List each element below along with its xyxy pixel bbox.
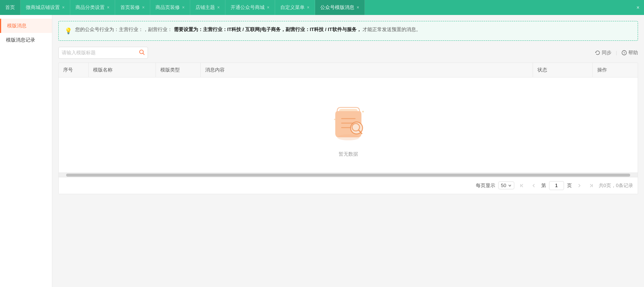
close-icon[interactable]: ×	[182, 5, 185, 10]
nav-tab-store-settings[interactable]: 微商城店铺设置 ×	[21, 0, 70, 15]
close-icon[interactable]: ×	[142, 5, 145, 10]
first-page-icon	[520, 183, 524, 188]
page-size-select[interactable]: 50	[498, 181, 514, 189]
search-input[interactable]	[62, 50, 139, 55]
empty-state: ✦ ✦ · 暂无数据	[59, 77, 638, 172]
page-size-label: 每页显示	[476, 182, 495, 189]
close-icon[interactable]: ×	[267, 5, 269, 10]
close-icon[interactable]: ×	[307, 5, 309, 10]
search-button[interactable]	[139, 49, 145, 56]
last-page-icon	[589, 183, 594, 188]
th-name: 模版名称	[89, 63, 156, 77]
table: 序号 模版名称 模版类型 消息内容 状态 操作	[58, 62, 638, 194]
page-label: 第	[541, 182, 546, 189]
sync-icon	[595, 50, 600, 55]
nav-tab-product-decor-label: 商品页装修	[155, 4, 180, 11]
close-icon[interactable]: ×	[217, 5, 220, 10]
nav-tab-custom-menu[interactable]: 自定义菜单 ×	[275, 0, 315, 15]
nav-tab-store-theme[interactable]: 店铺主题 ×	[190, 0, 225, 15]
nav-tab-home[interactable]: 首页	[0, 0, 21, 15]
svg-text:·: ·	[363, 119, 364, 121]
nav-tab-custom-menu-label: 自定义菜单	[280, 4, 305, 11]
help-label: 帮助	[628, 49, 638, 56]
info-banner-highlight: 需要设置为：主营行业：IT科技 / 互联网|电子商务，副营行业：IT科技 / I…	[174, 27, 361, 32]
nav-tab-open-mall[interactable]: 开通公众号商城 ×	[225, 0, 275, 15]
page-input[interactable]	[549, 181, 564, 190]
first-page-button[interactable]	[517, 181, 526, 190]
nav-tab-open-mall-label: 开通公众号商城	[231, 4, 265, 11]
nav-tab-product-category-label: 商品分类设置	[76, 4, 105, 11]
info-banner-text: 您的公众号行业为：主营行业：，副营行业： 需要设置为：主营行业：IT科技 / 互…	[75, 26, 421, 34]
nav-tab-home-decor-label: 首页装修	[120, 4, 140, 11]
scroll-thumb[interactable]	[66, 174, 630, 177]
close-icon[interactable]: ×	[357, 5, 359, 10]
info-banner-text-before: 您的公众号行业为：主营行业：，副营行业：	[75, 27, 172, 32]
top-nav: 首页 微商城店铺设置 × 商品分类设置 × 首页装修 × 商品页装修 × 店铺主…	[0, 0, 644, 15]
close-icon[interactable]: ×	[62, 5, 65, 10]
nav-tab-store-settings-label: 微商城店铺设置	[26, 4, 60, 11]
empty-state-text: 暂无数据	[339, 151, 358, 158]
th-seq: 序号	[59, 63, 89, 77]
th-type: 模版类型	[156, 63, 201, 77]
bulb-icon: 💡	[65, 26, 72, 36]
next-page-button[interactable]	[575, 181, 584, 190]
page-unit: 页	[567, 182, 572, 189]
sidebar: 模版消息 模版消息记录	[0, 15, 52, 287]
sync-button[interactable]: 同步	[595, 49, 611, 56]
chevron-down-icon	[508, 184, 512, 187]
th-action: 操作	[593, 63, 638, 77]
nav-tab-store-theme-label: 店铺主题	[195, 4, 215, 11]
sidebar-item-template-msg-record-label: 模版消息记录	[6, 37, 35, 43]
search-bar: 同步 | ? 帮助	[58, 47, 638, 59]
nav-tab-template-msg-label: 公众号模版消息	[320, 4, 354, 11]
nav-tab-home-decor[interactable]: 首页装修 ×	[115, 0, 150, 15]
help-icon: ?	[622, 50, 627, 55]
nav-tab-product-category[interactable]: 商品分类设置 ×	[70, 0, 115, 15]
close-icon[interactable]: ×	[107, 5, 110, 10]
toolbar-divider: |	[616, 50, 617, 55]
total-text: 共0页，0条记录	[599, 182, 633, 189]
layout: 模版消息 模版消息记录 💡 您的公众号行业为：主营行业：，副营行业： 需要设置为…	[0, 15, 644, 287]
sync-label: 同步	[602, 49, 611, 56]
info-banner: 💡 您的公众号行业为：主营行业：，副营行业： 需要设置为：主营行业：IT科技 /…	[58, 21, 638, 41]
svg-line-1	[143, 53, 145, 55]
search-input-wrap[interactable]	[58, 47, 148, 59]
main-content: 💡 您的公众号行业为：主营行业：，副营行业： 需要设置为：主营行业：IT科技 /…	[52, 15, 644, 287]
th-status: 状态	[533, 63, 593, 77]
pagination: 每页显示 50 第	[59, 177, 638, 194]
sidebar-item-template-msg[interactable]: 模版消息	[0, 19, 52, 33]
toolbar-right: 同步 | ? 帮助	[595, 49, 638, 56]
th-content: 消息内容	[201, 63, 533, 77]
nav-tab-template-msg[interactable]: 公众号模版消息 ×	[315, 0, 365, 15]
page-size-value: 50	[501, 183, 506, 188]
svg-text:✦: ✦	[333, 118, 336, 121]
nav-tab-home-label: 首页	[5, 4, 15, 11]
sidebar-item-template-msg-record[interactable]: 模版消息记录	[0, 33, 52, 47]
svg-text:?: ?	[623, 51, 625, 55]
nav-close-all-button[interactable]: ×	[632, 4, 644, 10]
prev-page-button[interactable]	[529, 181, 538, 190]
nav-tab-product-decor[interactable]: 商品页装修 ×	[150, 0, 190, 15]
horizontal-scrollbar[interactable]	[59, 172, 638, 177]
last-page-button[interactable]	[587, 181, 596, 190]
help-button[interactable]: ? 帮助	[622, 49, 638, 56]
info-banner-text-after: 才能正常发送预置的消息。	[363, 27, 421, 32]
prev-page-icon	[531, 183, 536, 188]
table-header: 序号 模版名称 模版类型 消息内容 状态 操作	[59, 63, 638, 77]
sidebar-item-template-msg-label: 模版消息	[7, 23, 27, 28]
empty-state-icon: ✦ ✦ ·	[326, 100, 371, 145]
next-page-icon	[577, 183, 582, 188]
svg-text:✦: ✦	[361, 110, 364, 114]
